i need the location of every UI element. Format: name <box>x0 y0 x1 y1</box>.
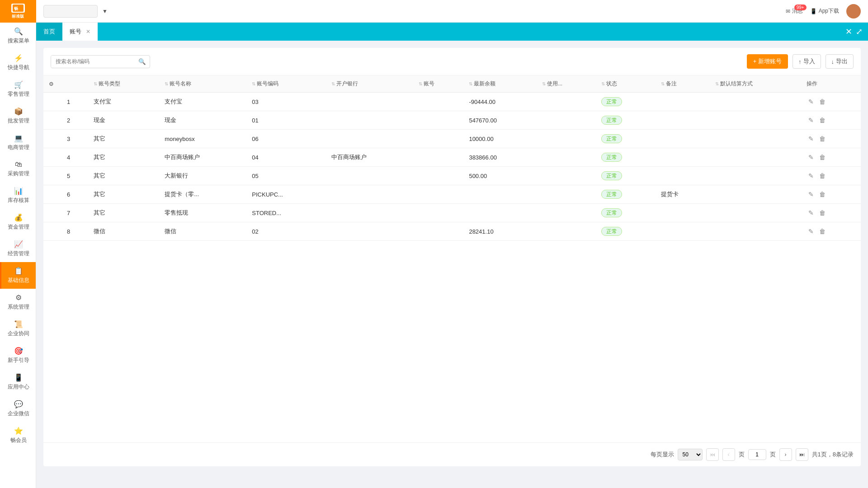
message-badge: 99+ <box>794 5 807 10</box>
td-bank <box>326 111 413 130</box>
settings-icon[interactable]: ⚙ <box>49 81 54 87</box>
edit-button[interactable]: ✎ <box>807 208 816 217</box>
sidebar-item-label: 快捷导航 <box>8 64 29 71</box>
add-account-button[interactable]: + 新增账号 <box>747 54 788 69</box>
sidebar-item-ops-mgmt[interactable]: 📈 经营管理 <box>0 235 36 262</box>
edit-button[interactable]: ✎ <box>807 227 816 236</box>
delete-button[interactable]: 🗑 <box>817 208 827 217</box>
td-name: 大新银行 <box>159 167 246 185</box>
sidebar-item-system-mgmt[interactable]: ⚙ 系统管理 <box>0 289 36 315</box>
delete-button[interactable]: 🗑 <box>817 153 827 162</box>
sidebar-item-membership[interactable]: ⭐ 畅会员 <box>0 422 36 449</box>
tab-expand-button[interactable]: ⤢ <box>856 27 863 37</box>
th-remark[interactable]: ⇅备注 <box>656 75 709 93</box>
dropdown-arrow-icon: ▼ <box>102 8 108 14</box>
sidebar-item-enterprise-wechat[interactable]: 💬 企业微信 <box>0 395 36 422</box>
td-actions: ✎ 🗑 <box>801 111 861 130</box>
sidebar-item-enterprise-agreement[interactable]: 📜 企业协同 <box>0 315 36 342</box>
sidebar-item-new-guide[interactable]: 🎯 新手引导 <box>0 342 36 369</box>
sidebar-item-basic-info[interactable]: 📋 基础信息 <box>0 262 36 289</box>
prev-page-button[interactable]: ‹ <box>722 448 735 461</box>
td-usage <box>537 93 596 111</box>
edit-button[interactable]: ✎ <box>807 116 816 125</box>
delete-button[interactable]: 🗑 <box>817 190 827 199</box>
td-default-settlement <box>710 148 802 167</box>
membership-icon: ⭐ <box>14 427 23 435</box>
edit-button[interactable]: ✎ <box>807 171 816 180</box>
user-avatar[interactable] <box>846 4 861 19</box>
td-balance: -90444.00 <box>463 93 537 111</box>
th-account[interactable]: ⇅账号 <box>413 75 464 93</box>
import-label: 导入 <box>803 57 815 66</box>
th-default-settlement[interactable]: ⇅默认结算方式 <box>710 75 802 93</box>
sidebar-item-search-menu[interactable]: 🔍 搜索菜单 <box>0 23 36 49</box>
app-download-button[interactable]: 📱 App下载 <box>810 7 839 15</box>
td-num: 8 <box>61 222 88 241</box>
td-settings <box>43 148 61 167</box>
th-status[interactable]: ⇅状态 <box>596 75 656 93</box>
delete-button[interactable]: 🗑 <box>817 116 827 125</box>
page-number-input[interactable] <box>748 449 766 460</box>
td-account <box>413 130 464 148</box>
th-type[interactable]: ⇅账号类型 <box>88 75 159 93</box>
retail-icon: 🛒 <box>14 80 23 89</box>
th-bank[interactable]: ⇅开户银行 <box>326 75 413 93</box>
import-button[interactable]: ↑ 导入 <box>793 54 821 69</box>
delete-button[interactable]: 🗑 <box>817 97 827 106</box>
th-balance[interactable]: ⇅最新余额 <box>463 75 537 93</box>
delete-button[interactable]: 🗑 <box>817 227 827 236</box>
table-row: 5 其它 大新银行 05 500.00 正常 ✎ 🗑 <box>43 167 861 185</box>
first-page-button[interactable]: ⏮ <box>706 448 719 461</box>
sidebar-item-inventory-calc[interactable]: 📊 库存核算 <box>0 182 36 209</box>
search-button[interactable]: 🔍 <box>135 56 150 68</box>
export-button[interactable]: ↓ 导出 <box>826 54 854 69</box>
delete-button[interactable]: 🗑 <box>817 171 827 180</box>
th-name[interactable]: ⇅账号名称 <box>159 75 246 93</box>
new-guide-icon: 🎯 <box>14 347 23 355</box>
edit-button[interactable]: ✎ <box>807 153 816 162</box>
th-usage[interactable]: ⇅使用... <box>537 75 596 93</box>
td-name: 提货卡（零... <box>159 185 246 204</box>
td-settings <box>43 222 61 241</box>
tab-close-all-button[interactable]: ✕ <box>845 27 852 37</box>
edit-button[interactable]: ✎ <box>807 97 816 106</box>
td-account <box>413 148 464 167</box>
page-size-select[interactable]: 102050100 <box>678 449 703 460</box>
sidebar-item-label: 基础信息 <box>8 277 29 284</box>
header-dropdown[interactable]: ▼ <box>102 8 108 14</box>
edit-button[interactable]: ✎ <box>807 134 816 143</box>
sidebar-item-purchase-mgmt[interactable]: 🛍 采购管理 <box>0 156 36 182</box>
td-balance: 10000.00 <box>463 130 537 148</box>
td-remark <box>656 93 709 111</box>
search-input[interactable] <box>51 56 135 67</box>
header-right: ✉ 消息 99+ 📱 App下载 <box>786 4 861 19</box>
td-type: 支付宝 <box>88 93 159 111</box>
next-page-button[interactable]: › <box>779 448 792 461</box>
tab-close-icon[interactable]: ✕ <box>86 28 90 35</box>
sidebar-item-quick-nav[interactable]: ⚡ 快捷导航 <box>0 49 36 76</box>
message-button[interactable]: ✉ 消息 99+ <box>786 7 803 15</box>
header-search-input[interactable] <box>43 5 98 18</box>
th-actions: 操作 <box>801 75 861 93</box>
ops-icon: 📈 <box>14 240 23 249</box>
edit-button[interactable]: ✎ <box>807 190 816 199</box>
th-code[interactable]: ⇅账号编码 <box>246 75 326 93</box>
table-container: ⚙ ⇅账号类型 ⇅账号名称 ⇅账号编码 ⇅开户银行 ⇅账号 ⇅最新余额 ⇅使用.… <box>43 75 861 442</box>
tab-home[interactable]: 首页 <box>36 23 62 41</box>
wholesale-icon: 📦 <box>14 107 23 116</box>
td-account <box>413 111 464 130</box>
last-page-button[interactable]: ⏭ <box>796 448 808 461</box>
capital-icon: 💰 <box>14 213 23 222</box>
tab-account[interactable]: 账号 ✕ <box>62 23 98 41</box>
td-name: 现金 <box>159 111 246 130</box>
sidebar-item-ecommerce-mgmt[interactable]: 💻 电商管理 <box>0 129 36 156</box>
sidebar-item-label: 电商管理 <box>8 144 29 151</box>
sidebar-item-capital-mgmt[interactable]: 💰 资金管理 <box>0 209 36 235</box>
sidebar-item-retail-mgmt[interactable]: 🛒 零售管理 <box>0 76 36 103</box>
th-num <box>61 75 88 93</box>
sidebar-item-app-center[interactable]: 📱 应用中心 <box>0 369 36 395</box>
sidebar-item-wholesale-mgmt[interactable]: 📦 批发管理 <box>0 103 36 129</box>
sidebar-item-label: 批发管理 <box>8 117 29 125</box>
delete-button[interactable]: 🗑 <box>817 134 827 143</box>
td-name: 微信 <box>159 222 246 241</box>
